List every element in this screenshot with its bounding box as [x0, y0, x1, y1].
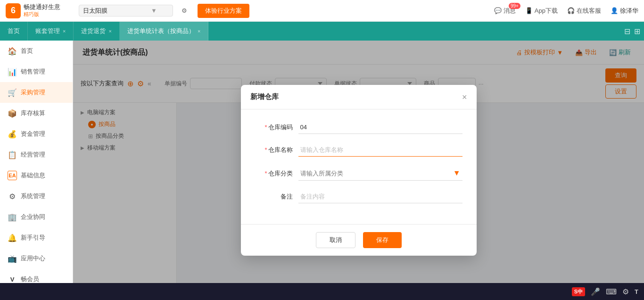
tab-account[interactable]: 账套管理 × — [28, 22, 74, 41]
remark-input[interactable] — [298, 190, 462, 203]
notification-item[interactable]: 💬 消息 99+ — [494, 7, 516, 15]
sidebar-item-home[interactable]: 🏠 首页 — [0, 41, 73, 61]
inventory-icon: 📦 — [8, 108, 17, 118]
tab-purchase-return[interactable]: 进货退货 × — [74, 22, 119, 41]
warehouse-code-input[interactable] — [298, 121, 462, 134]
category-dropdown-icon[interactable]: ▼ — [453, 169, 461, 177]
sidebar-item-purchase[interactable]: 🛒 采购管理 — [0, 82, 73, 103]
nav-tabs: 首页 账套管理 × 进货退货 × 进货单统计表（按商品） × ⊟ ⊞ — [0, 22, 644, 41]
online-service-item[interactable]: 🎧 在线客服 — [567, 7, 601, 15]
phone-icon: 📱 — [525, 7, 533, 14]
ime-settings-icon[interactable]: ⚙ — [622, 287, 629, 296]
sidebar-item-finance[interactable]: 💰 资金管理 — [0, 124, 73, 144]
sidebar-item-guide[interactable]: 🔔 新手引导 — [0, 227, 73, 248]
sidebar-item-system[interactable]: ⚙ 系统管理 — [0, 186, 73, 207]
remark-row: 备注 — [255, 190, 462, 203]
warehouse-category-wrapper: ▼ — [298, 166, 462, 181]
keyboard-icon[interactable]: ⌨ — [606, 287, 617, 296]
enterprise-icon: 🏢 — [8, 212, 17, 222]
sidebar-enterprise-label: 企业协同 — [21, 213, 45, 221]
tab-account-close-icon[interactable]: × — [63, 28, 66, 34]
modal-body: 仓库编码 仓库名称 仓库分类 ▼ — [241, 109, 477, 224]
sidebar-basic-info-label: 基础信息 — [21, 171, 45, 180]
tab-purchase-return-close-icon[interactable]: × — [108, 28, 111, 34]
modal-title: 新增仓库 — [250, 92, 279, 101]
sougou-logo: S中 — [572, 287, 585, 296]
search-dropdown-icon[interactable]: ▼ — [151, 7, 157, 14]
purchase-icon: 🛒 — [8, 88, 17, 97]
user-item[interactable]: 👤 徐泽华 — [611, 7, 638, 15]
sidebar-system-label: 系统管理 — [21, 192, 45, 200]
member-icon: V — [8, 275, 17, 284]
message-icon: 💬 — [494, 7, 502, 14]
warehouse-category-row: 仓库分类 ▼ — [255, 166, 462, 181]
sidebar-item-app-center[interactable]: 📺 应用中心 — [0, 248, 73, 269]
nav-prev-icon[interactable]: ⊟ — [624, 27, 630, 36]
warehouse-category-input[interactable] — [300, 170, 453, 177]
management-icon: 📋 — [8, 150, 17, 159]
tab-home[interactable]: 首页 — [0, 22, 28, 41]
sidebar-item-sales[interactable]: 📊 销售管理 — [0, 61, 73, 82]
remark-label: 备注 — [255, 192, 293, 201]
logo-icon: 6 — [6, 3, 21, 18]
nav-expand-icon[interactable]: ⊞ — [634, 27, 640, 36]
notification-badge: 99+ — [509, 3, 520, 9]
lang-toggle-icon[interactable]: T — [635, 288, 638, 295]
user-icon: 👤 — [611, 7, 618, 14]
sidebar-item-enterprise[interactable]: 🏢 企业协同 — [0, 207, 73, 227]
logo-title: 畅捷通好生意 — [24, 3, 60, 11]
settings-icon[interactable]: ⚙ — [177, 3, 192, 18]
top-header: 6 畅捷通好生意 精巧版 ▼ ⚙ 体验行业方案 💬 消息 99+ 📱 App下载… — [0, 0, 644, 22]
tab-purchase-stats[interactable]: 进货单统计表（按商品） × — [120, 22, 208, 41]
sidebar-home-label: 首页 — [21, 47, 33, 55]
headset-icon: 🎧 — [567, 7, 575, 14]
sidebar-finance-label: 资金管理 — [21, 130, 45, 138]
content-area: 进货单统计(按商品) 🖨 按模板打印 ▼ 📤 导出 🔄 刷新 按以下方案查 — [73, 41, 644, 300]
sidebar-item-inventory[interactable]: 📦 库存核算 — [0, 103, 73, 124]
cancel-button[interactable]: 取消 — [316, 232, 355, 248]
warehouse-code-row: 仓库编码 — [255, 121, 462, 134]
finance-icon: 💰 — [8, 129, 17, 139]
app-download-item[interactable]: 📱 App下载 — [525, 7, 558, 15]
account-tab-label: 账套管理 — [35, 27, 60, 35]
home-icon: 🏠 — [8, 46, 17, 56]
sidebar-item-basic-info[interactable]: EA 基础信息 — [0, 165, 73, 186]
sidebar-management-label: 经营管理 — [21, 150, 45, 159]
mic-icon[interactable]: 🎤 — [591, 287, 600, 296]
sougou-ime[interactable]: S中 — [572, 287, 585, 296]
warehouse-code-label: 仓库编码 — [255, 123, 293, 132]
logo-sub: 精巧版 — [24, 11, 60, 18]
logo-area: 6 畅捷通好生意 精巧版 — [6, 3, 79, 18]
home-tab-label: 首页 — [8, 27, 20, 35]
save-button[interactable]: 保存 — [363, 232, 402, 248]
app-center-icon: 📺 — [8, 254, 17, 263]
search-bar[interactable]: ▼ — [79, 5, 173, 17]
username: 徐泽华 — [620, 7, 638, 15]
warehouse-name-input[interactable] — [298, 143, 462, 157]
purchase-stats-tab-label: 进货单统计表（按商品） — [127, 27, 195, 35]
basic-info-icon: EA — [8, 171, 17, 180]
sidebar-member-label: 畅会员 — [21, 275, 39, 283]
sidebar: 🏠 首页 📊 销售管理 🛒 采购管理 📦 库存核算 💰 资金管理 📋 经营管理 … — [0, 41, 73, 300]
modal-header: 新增仓库 × — [241, 85, 477, 109]
app-download-label: App下载 — [535, 7, 558, 15]
system-icon: ⚙ — [8, 192, 17, 201]
tab-purchase-stats-close-icon[interactable]: × — [198, 28, 200, 34]
nav-right-controls: ⊟ ⊞ — [624, 27, 644, 36]
modal-overlay: 新增仓库 × 仓库编码 仓库名称 仓库分类 — [73, 41, 644, 300]
sidebar-app-center-label: 应用中心 — [21, 254, 45, 263]
sidebar-sales-label: 销售管理 — [21, 67, 45, 76]
sidebar-item-management[interactable]: 📋 经营管理 — [0, 144, 73, 165]
modal-footer: 取消 保存 — [241, 224, 477, 256]
modal-new-warehouse: 新增仓库 × 仓库编码 仓库名称 仓库分类 — [241, 85, 477, 256]
main-layout: 🏠 首页 📊 销售管理 🛒 采购管理 📦 库存核算 💰 资金管理 📋 经营管理 … — [0, 41, 644, 300]
search-input[interactable] — [83, 7, 149, 14]
sidebar-guide-label: 新手引导 — [21, 233, 45, 242]
guide-icon: 🔔 — [8, 233, 17, 242]
sales-icon: 📊 — [8, 67, 17, 76]
purchase-return-tab-label: 进货退货 — [81, 27, 106, 35]
try-industry-button[interactable]: 体验行业方案 — [198, 4, 249, 18]
sidebar-inventory-label: 库存核算 — [21, 109, 45, 117]
sidebar-purchase-label: 采购管理 — [21, 88, 45, 97]
modal-close-button[interactable]: × — [462, 93, 467, 101]
